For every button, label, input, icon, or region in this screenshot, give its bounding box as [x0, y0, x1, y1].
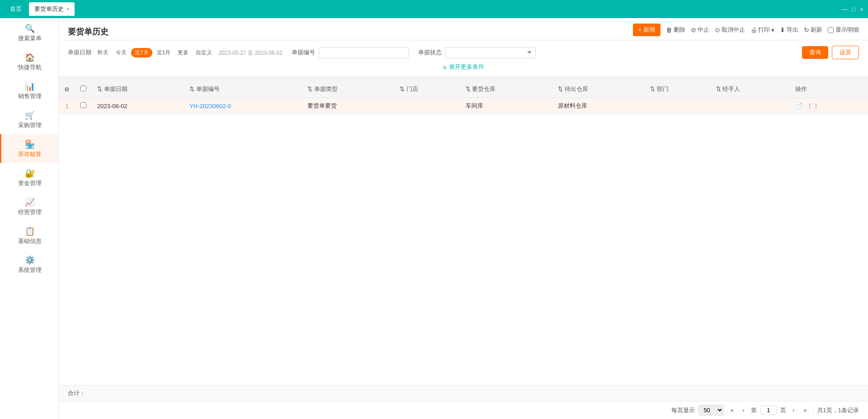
print-dropdown-icon: ▾: [771, 27, 774, 33]
next-page-button[interactable]: ›: [790, 406, 797, 414]
table-wrapper: ⚙ ⇅ 单据日期 ⇅ 单据编号 ⇅ 单据类型 ⇅ 门店 ⇅ 要货仓库 ⇅ 待出仓…: [59, 81, 868, 385]
print-button[interactable]: 🖨 打印 ▾: [750, 26, 774, 34]
sidebar-item-finance[interactable]: 🔐 资金管理: [0, 163, 58, 192]
date-shortcut-7days[interactable]: 近7天: [131, 48, 152, 57]
system-icon: ⚙️: [25, 256, 35, 264]
col-bill-date[interactable]: ⇅ 单据日期: [92, 81, 184, 98]
row-checkbox[interactable]: [80, 102, 86, 108]
table-header-row: ⚙ ⇅ 单据日期 ⇅ 单据编号 ⇅ 单据类型 ⇅ 门店 ⇅ 要货仓库 ⇅ 待出仓…: [59, 81, 868, 98]
sidebar-item-sales[interactable]: 📊 销售管理: [0, 76, 58, 105]
row-store: [394, 98, 460, 114]
inventory-icon: 🏪: [25, 140, 35, 148]
sidebar-label-sales: 销售管理: [18, 92, 42, 100]
date-shortcut-today[interactable]: 今天: [113, 48, 129, 57]
base-icon: 📋: [25, 227, 35, 235]
status-label: 单据状态: [418, 48, 442, 57]
show-detail-input[interactable]: [828, 27, 834, 33]
sidebar-label-inventory: 库存核算: [18, 150, 42, 158]
sidebar-label-search: 搜索菜单: [18, 34, 42, 43]
filter-row-1: 单据日期 昨天 今天 近7天 近1月 更多 自定义 2023-05-27 至 2…: [68, 46, 859, 59]
toolbar: + 新增 🗑 删除 ⊘ 中止 ⊙ 取消中止 🖨 打印 ▾: [633, 24, 859, 40]
row-more-icon[interactable]: ⋮⋮: [807, 102, 819, 110]
show-detail-checkbox[interactable]: 显示明细: [828, 26, 859, 34]
row-checkbox-cell[interactable]: [75, 98, 92, 114]
delete-button[interactable]: 🗑 删除: [666, 26, 685, 34]
bill-no-input[interactable]: [319, 47, 409, 58]
tab-home[interactable]: 首页: [5, 2, 27, 16]
close-button[interactable]: ×: [860, 6, 863, 13]
per-page-select[interactable]: 10 20 50 100: [698, 405, 724, 415]
maximize-button[interactable]: □: [852, 6, 856, 13]
row-handler: [711, 98, 790, 114]
col-settings[interactable]: ⚙: [59, 81, 75, 98]
row-req-warehouse: 车间库: [460, 98, 552, 114]
date-shortcut-1month[interactable]: 近1月: [154, 48, 174, 57]
row-num: 1: [59, 98, 75, 114]
col-req-warehouse[interactable]: ⇅ 要货仓库: [460, 81, 552, 98]
tab-close-icon[interactable]: ×: [66, 6, 69, 12]
refresh-button[interactable]: ↻ 刷新: [804, 26, 822, 34]
table-container: ⚙ ⇅ 单据日期 ⇅ 单据编号 ⇅ 单据类型 ⇅ 门店 ⇅ 要货仓库 ⇅ 待出仓…: [59, 81, 868, 401]
prev-page-button[interactable]: ‹: [740, 406, 747, 414]
query-button[interactable]: 查询: [802, 46, 828, 59]
bill-no-label: 单据编号: [292, 48, 315, 57]
bill-no-filter-group: 单据编号: [292, 47, 409, 58]
col-bill-type[interactable]: ⇅ 单据类型: [302, 81, 394, 98]
status-select[interactable]: [445, 47, 536, 58]
sales-icon: 📊: [25, 82, 35, 90]
export-button[interactable]: ⬇ 导出: [780, 26, 798, 34]
col-checkbox: [75, 81, 92, 98]
last-page-button[interactable]: »: [801, 406, 809, 414]
sidebar-label-operation: 经营管理: [18, 208, 42, 216]
col-store[interactable]: ⇅ 门店: [394, 81, 460, 98]
date-shortcut-custom[interactable]: 自定义: [193, 48, 215, 57]
tab-bill-history[interactable]: 要货单历史 ×: [29, 2, 75, 16]
row-edit-icon[interactable]: 📄: [795, 102, 803, 110]
row-bill-date: 2023-06-02: [92, 98, 184, 114]
row-actions-cell: 📄 ⋮⋮: [790, 98, 868, 114]
sidebar-item-inventory[interactable]: 🏪 库存核算: [0, 134, 58, 163]
search-menu-icon: 🔍: [25, 24, 35, 33]
date-shortcut-more[interactable]: 更多: [175, 48, 191, 57]
minimize-button[interactable]: —: [842, 6, 848, 13]
sidebar-label-system: 系统管理: [18, 266, 42, 274]
col-pending-warehouse[interactable]: ⇅ 待出仓库: [552, 81, 645, 98]
sidebar-item-search[interactable]: 🔍 搜索菜单: [0, 18, 58, 47]
row-pending-warehouse: 原材料仓库: [552, 98, 645, 114]
date-shortcut-yesterday[interactable]: 昨天: [95, 48, 111, 57]
cancel-stop-icon: ⊙: [715, 26, 720, 33]
sidebar-item-system[interactable]: ⚙️ 系统管理: [0, 250, 58, 279]
window-controls: — □ ×: [842, 6, 863, 13]
bill-no-link[interactable]: YH-20230602-0: [189, 103, 231, 110]
expand-more-icon: ∨: [443, 64, 447, 71]
stop-button[interactable]: ⊘ 中止: [691, 26, 709, 34]
page-title: 要货单历史: [68, 26, 108, 37]
first-page-button[interactable]: «: [727, 406, 736, 414]
sidebar: 🔍 搜索菜单 🏠 快捷导航 📊 销售管理 🛒 采购管理 🏪 库存核算 🔐 资金管…: [0, 18, 59, 419]
sidebar-item-purchase[interactable]: 🛒 采购管理: [0, 105, 58, 134]
top-bar: 首页 要货单历史 × — □ ×: [0, 0, 868, 18]
stop-icon: ⊘: [691, 26, 696, 33]
data-table: ⚙ ⇅ 单据日期 ⇅ 单据编号 ⇅ 单据类型 ⇅ 门店 ⇅ 要货仓库 ⇅ 待出仓…: [59, 81, 868, 114]
page-number-input[interactable]: [760, 405, 777, 415]
settings-button[interactable]: 设置: [832, 46, 859, 59]
page-label: 第: [751, 406, 757, 414]
table-row: 1 2023-06-02 YH-20230602-0 要货单要货 车间库: [59, 98, 868, 114]
col-department[interactable]: ⇅ 部门: [645, 81, 711, 98]
date-shortcuts: 昨天 今天 近7天 近1月 更多 自定义: [95, 48, 215, 57]
select-all-checkbox[interactable]: [80, 86, 86, 91]
col-bill-no[interactable]: ⇅ 单据编号: [184, 81, 302, 98]
cancel-stop-button[interactable]: ⊙ 取消中止: [715, 26, 745, 34]
sidebar-item-operation[interactable]: 📈 经营管理: [0, 192, 58, 221]
col-handler[interactable]: ⇅ 经手人: [711, 81, 790, 98]
delete-icon: 🗑: [666, 26, 672, 33]
sidebar-label-shortcut: 快捷导航: [18, 63, 42, 71]
expand-more-button[interactable]: ∨ 展开更多条件: [68, 63, 859, 71]
add-button[interactable]: + 新增: [633, 24, 660, 36]
date-filter-label: 单据日期: [68, 48, 91, 57]
sidebar-label-finance: 资金管理: [18, 179, 42, 187]
sidebar-item-base[interactable]: 📋 基础信息: [0, 221, 58, 250]
content-area: 要货单历史 + 新增 🗑 删除 ⊘ 中止 ⊙ 取消中止 🖨: [59, 18, 868, 419]
row-bill-no[interactable]: YH-20230602-0: [184, 98, 302, 114]
sidebar-item-shortcut[interactable]: 🏠 快捷导航: [0, 47, 58, 76]
